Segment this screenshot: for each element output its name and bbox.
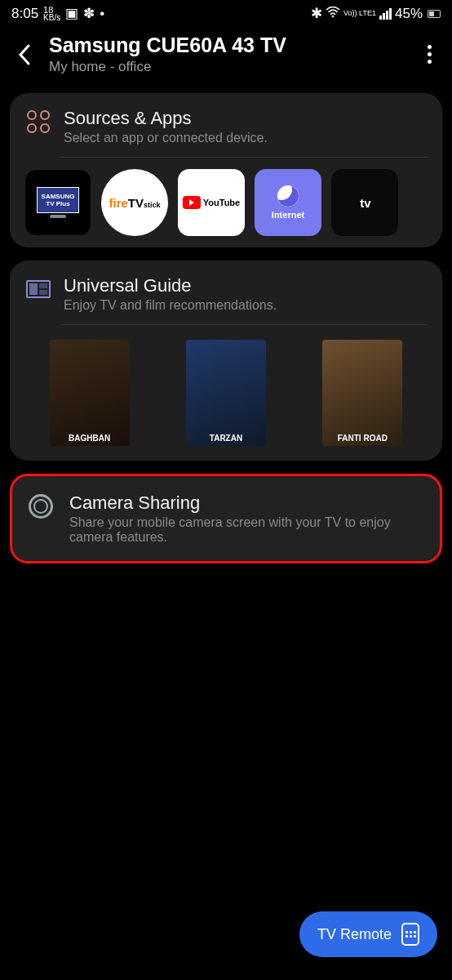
sources-title: Sources & Apps bbox=[64, 108, 268, 129]
sources-apps-card: Sources & Apps Select an app or connecte… bbox=[10, 93, 442, 247]
source-internet[interactable]: Internet bbox=[255, 169, 321, 236]
fire-tv-label: fireTVstick bbox=[109, 196, 160, 210]
battery-percent: 45% bbox=[395, 6, 423, 22]
source-apple-tv[interactable]: tv bbox=[331, 169, 398, 236]
status-snowflake-icon: ✽ bbox=[83, 5, 95, 22]
youtube-icon bbox=[183, 196, 201, 209]
bluetooth-icon: ✱ bbox=[311, 5, 322, 22]
tv-remote-fab[interactable]: TV Remote bbox=[299, 911, 437, 957]
guide-desc: Enjoy TV and film recommendations. bbox=[64, 298, 277, 313]
app-header: Samsung CUE60A 43 TV My home - office bbox=[0, 24, 452, 80]
svg-point-0 bbox=[332, 15, 335, 17]
divider bbox=[60, 324, 428, 325]
status-dot-icon: • bbox=[100, 6, 104, 22]
page-title: Samsung CUE60A 43 TV bbox=[49, 33, 406, 57]
poster-item[interactable]: TARZAN bbox=[186, 340, 266, 446]
battery-icon bbox=[428, 10, 441, 18]
poster-item[interactable]: BAGHBAN bbox=[50, 340, 130, 446]
divider bbox=[60, 157, 428, 158]
source-fire-tv-stick[interactable]: fireTVstick bbox=[101, 169, 168, 236]
camera-sharing-card[interactable]: Camera Sharing Share your mobile camera … bbox=[10, 474, 442, 564]
tv-remote-label: TV Remote bbox=[317, 926, 392, 943]
globe-icon bbox=[277, 185, 299, 207]
guide-icon bbox=[24, 275, 52, 303]
camera-lens-icon bbox=[27, 492, 55, 520]
status-bar: 8:05 18 KB/s ▣ ✽ • ✱ Vo)) LTE1 45% bbox=[0, 0, 452, 24]
camera-desc: Share your mobile camera screen with you… bbox=[69, 515, 425, 545]
source-youtube[interactable]: YouTube bbox=[178, 169, 245, 236]
more-options-button[interactable] bbox=[419, 45, 439, 64]
wifi-icon bbox=[326, 6, 340, 22]
poster-item[interactable]: FANTI ROAD bbox=[322, 340, 402, 446]
sources-icon bbox=[24, 108, 52, 136]
remote-icon bbox=[401, 923, 419, 946]
signal-icon bbox=[379, 8, 392, 20]
status-time: 8:05 bbox=[11, 6, 38, 22]
status-net-speed: 18 KB/s bbox=[43, 6, 60, 22]
guide-title: Universal Guide bbox=[64, 275, 277, 296]
universal-guide-card: Universal Guide Enjoy TV and film recomm… bbox=[10, 261, 442, 461]
camera-title: Camera Sharing bbox=[69, 492, 425, 514]
page-subtitle: My home - office bbox=[49, 59, 406, 75]
back-button[interactable] bbox=[13, 43, 36, 66]
volte-indicator: Vo)) LTE1 bbox=[343, 10, 376, 17]
sources-desc: Select an app or connected device. bbox=[64, 131, 268, 145]
status-app-icon: ▣ bbox=[65, 5, 78, 22]
source-samsung-tv-plus[interactable]: SAMSUNG TV Plus bbox=[24, 169, 91, 236]
